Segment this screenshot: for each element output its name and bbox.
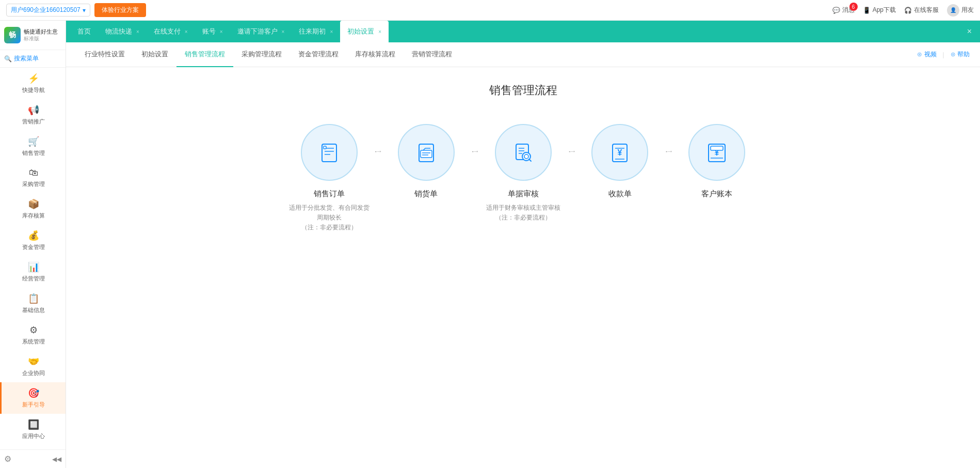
collapse-icon[interactable]: ◀◀ xyxy=(52,456,61,463)
user-selector[interactable]: 用户690企业1660120507 ▾ xyxy=(6,4,90,17)
sub-tab-finance-flow[interactable]: 资金管理流程 xyxy=(290,42,347,67)
flow-step-receipt[interactable]: ¥ 收款单 xyxy=(579,124,661,203)
topbar-left: 用户690企业1660120507 ▾ 体验行业方案 xyxy=(6,3,146,17)
search-menu-item[interactable]: 🔍 搜索菜单 xyxy=(0,50,66,68)
svg-point-12 xyxy=(524,154,528,159)
sidebar-item-label: 营销推广 xyxy=(22,118,45,126)
sub-tab-sales-flow[interactable]: 销售管理流程 xyxy=(176,42,233,67)
sidebar-item-sales-mgmt[interactable]: 🛒 销售管理 xyxy=(0,131,66,162)
quick-nav-icon: ⚡ xyxy=(28,73,39,84)
sub-tab-marketing-flow[interactable]: 营销管理流程 xyxy=(404,42,460,67)
topbar: 用户690企业1660120507 ▾ 体验行业方案 💬 消息 6 📱 App下… xyxy=(0,0,980,21)
topbar-right: 💬 消息 6 📱 App下载 🎧 在线客服 👤 用友 xyxy=(832,4,974,17)
sub-tab-initial-setup[interactable]: 初始设置 xyxy=(133,42,176,67)
flow-arrow-2: ···→ xyxy=(569,124,575,155)
sub-tab-purchase-flow[interactable]: 采购管理流程 xyxy=(233,42,290,67)
flow-step-sales-order[interactable]: 销售订单适用于分批发货、有合同发货周期较长（注：非必要流程） xyxy=(288,124,371,233)
sub-tab-industry-settings[interactable]: 行业特性设置 xyxy=(76,42,133,67)
sidebar-item-label: 采购管理 xyxy=(22,180,45,188)
nav-tab-close-icon[interactable]: × xyxy=(282,29,285,35)
flow-arrow-1: ···→ xyxy=(472,124,478,155)
audit-desc: 适用于财务审核或主管审核（注：非必要流程） xyxy=(486,203,560,223)
new-guide-icon: 🎯 xyxy=(28,387,39,399)
nav-tab-logistics[interactable]: 物流快递× xyxy=(98,21,147,42)
nav-tab-period-init[interactable]: 往来期初× xyxy=(292,21,340,42)
sales-order-circle xyxy=(301,124,358,181)
nav-close-all-btn[interactable]: × xyxy=(963,27,976,36)
sidebar-item-basic-info[interactable]: 📋 基础信息 xyxy=(0,288,66,319)
message-item[interactable]: 💬 消息 6 xyxy=(832,6,855,14)
nav-tab-account[interactable]: 账号× xyxy=(195,21,230,42)
logo-sub: 标准版 xyxy=(24,35,58,42)
nav-tab-label: 往来期初 xyxy=(299,27,326,36)
online-service-item[interactable]: 🎧 在线客服 xyxy=(904,6,939,14)
experience-btn[interactable]: 体验行业方案 xyxy=(94,3,146,17)
nav-tab-close-icon[interactable]: × xyxy=(330,29,333,35)
user-selector-text: 用户690企业1660120507 xyxy=(11,6,81,14)
sidebar-item-label: 经营管理 xyxy=(22,275,45,283)
svg-line-11 xyxy=(529,159,531,161)
nav-tab-label: 首页 xyxy=(77,27,91,36)
logo-text-block: 畅捷通好生意 标准版 xyxy=(24,28,58,42)
sidebar-item-enterprise-wechat[interactable]: 💬 企业微信 xyxy=(0,445,66,449)
sales-invoice-label: 销货单 xyxy=(414,189,438,199)
svg-rect-4 xyxy=(324,146,326,149)
sub-tabs: 行业特性设置初始设置销售管理流程采购管理流程资金管理流程库存核算流程营销管理流程… xyxy=(66,42,980,67)
app-download-item[interactable]: 📱 App下载 xyxy=(863,6,896,14)
svg-rect-6 xyxy=(421,150,432,158)
sidebar-item-quick-nav[interactable]: ⚡ 快捷导航 xyxy=(0,68,66,99)
nav-tab-online-pay[interactable]: 在线支付× xyxy=(147,21,195,42)
settings-icon[interactable]: ⚙ xyxy=(4,454,11,464)
video-link[interactable]: ⊙ 视频 xyxy=(917,50,936,59)
message-badge: 6 xyxy=(849,3,858,11)
avatar: 👤 xyxy=(947,4,959,17)
nav-tab-close-icon[interactable]: × xyxy=(220,29,223,35)
online-service-label: 在线客服 xyxy=(914,6,939,14)
sidebar-item-inventory[interactable]: 📦 库存核算 xyxy=(0,193,66,225)
svg-text:¥: ¥ xyxy=(618,148,622,157)
receipt-circle: ¥ xyxy=(591,124,648,181)
basic-info-icon: 📋 xyxy=(28,293,39,304)
sidebar-item-app-center[interactable]: 🔲 应用中心 xyxy=(0,414,66,445)
flow-step-customer-ledger[interactable]: ¥ 客户账本 xyxy=(676,124,758,203)
flow-step-sales-invoice[interactable]: 销货单 xyxy=(385,124,468,203)
user-profile-item[interactable]: 👤 用友 xyxy=(947,4,974,17)
marketing-promo-icon: 📢 xyxy=(28,104,39,116)
logo-text: 畅捷通好生意 xyxy=(24,28,58,35)
sidebar-item-marketing-promo[interactable]: 📢 营销推广 xyxy=(0,99,66,131)
sidebar-bottom: ⚙ ◀◀ xyxy=(0,449,66,468)
flow-arrow-3: ···→ xyxy=(665,124,671,155)
svg-rect-22 xyxy=(711,146,723,150)
sidebar-item-finance[interactable]: 💰 资金管理 xyxy=(0,225,66,256)
flow-step-audit[interactable]: 单据审核适用于财务审核或主管审核（注：非必要流程） xyxy=(482,124,565,223)
sidebar-item-label: 快捷导航 xyxy=(22,86,45,94)
sales-order-desc: 适用于分批发货、有合同发货周期较长（注：非必要流程） xyxy=(288,203,371,233)
sub-tab-actions: ⊙ 视频 | ⊙ 帮助 xyxy=(917,50,970,59)
nav-tab-close-icon[interactable]: × xyxy=(136,29,139,35)
sales-order-label: 销售订单 xyxy=(314,189,345,199)
help-link[interactable]: ⊙ 帮助 xyxy=(951,50,970,59)
nav-tab-home[interactable]: 首页 xyxy=(70,21,98,42)
nav-tab-close-icon[interactable]: × xyxy=(185,29,188,35)
sidebar: 畅 畅捷通好生意 标准版 🔍 搜索菜单 ⚡ 快捷导航 📢 营销推广 🛒 销售管理… xyxy=(0,21,66,468)
sub-tab-inventory-flow[interactable]: 库存核算流程 xyxy=(347,42,404,67)
customer-ledger-label: 客户账本 xyxy=(701,189,732,199)
nav-tab-close-icon[interactable]: × xyxy=(378,29,381,35)
nav-tabs: 首页物流快递×在线支付×账号×邀请下游客户×往来期初×初始设置×× xyxy=(66,21,980,42)
sidebar-item-operations[interactable]: 📊 经营管理 xyxy=(0,256,66,288)
enterprise-collab-icon: 🤝 xyxy=(28,356,39,367)
sidebar-items: ⚡ 快捷导航 📢 营销推广 🛒 销售管理 🛍 采购管理 📦 库存核算 💰 资金管… xyxy=(0,68,66,449)
nav-tab-initial-setup[interactable]: 初始设置× xyxy=(340,21,389,42)
sidebar-item-label: 系统管理 xyxy=(22,338,45,346)
sidebar-item-label: 新手引导 xyxy=(22,401,45,409)
sidebar-item-system[interactable]: ⚙ 系统管理 xyxy=(0,319,66,351)
sidebar-item-enterprise-collab[interactable]: 🤝 企业协同 xyxy=(0,351,66,382)
nav-tab-label: 邀请下游客户 xyxy=(237,27,278,36)
app-center-icon: 🔲 xyxy=(28,419,39,430)
app-download-label: App下载 xyxy=(873,6,896,14)
sidebar-item-label: 企业协同 xyxy=(22,369,45,377)
nav-tab-invite-customer[interactable]: 邀请下游客户× xyxy=(230,21,292,42)
sidebar-item-purchase-mgmt[interactable]: 🛍 采购管理 xyxy=(0,162,66,193)
sidebar-item-new-guide[interactable]: 🎯 新手引导 xyxy=(0,382,66,414)
sales-mgmt-icon: 🛒 xyxy=(28,136,39,147)
